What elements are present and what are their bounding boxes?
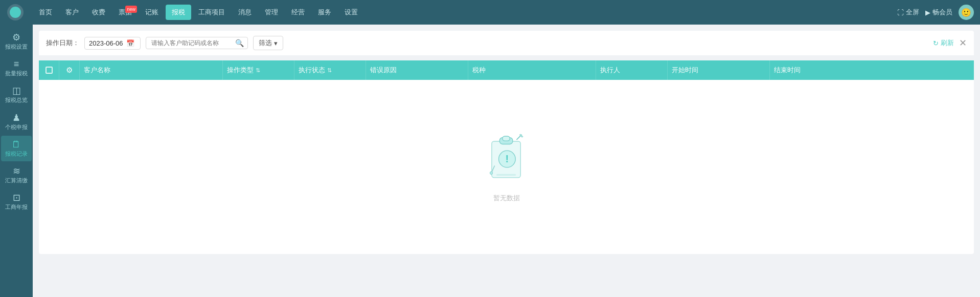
search-wrapper: 🔍: [146, 37, 248, 49]
nav-item-invoice[interactable]: 票据new: [112, 5, 138, 20]
calendar-icon: 📅: [126, 39, 134, 47]
th-label-client_name: 客户名称: [84, 66, 110, 75]
sidebar-item-tax-summary[interactable]: ◫报税总览: [1, 82, 32, 108]
svg-rect-7: [496, 174, 516, 176]
sidebar-label-personal-tax: 个税申报: [5, 124, 28, 131]
empty-state: ! 暂无数据: [39, 80, 974, 254]
sort-icon-op_type: ⇅: [256, 67, 260, 74]
th-end_time: 结束时间: [770, 60, 862, 80]
th-label-tax_type: 税种: [472, 66, 486, 75]
sort-icon-exec_status: ⇅: [327, 67, 332, 74]
th-checkbox: [39, 60, 59, 80]
search-input[interactable]: [146, 37, 248, 49]
svg-text:!: !: [505, 153, 509, 164]
close-button[interactable]: ✕: [959, 38, 967, 48]
sidebar-label-annual-report: 工商年报: [5, 204, 28, 210]
empty-text: 暂无数据: [493, 194, 520, 203]
nav-item-manage[interactable]: 管理: [259, 5, 284, 20]
nav-item-settings[interactable]: 设置: [338, 5, 364, 20]
table-container: ⚙客户名称操作类型 ⇅执行状态 ⇅错误原因税种执行人开始时间结束时间 !: [39, 60, 974, 254]
th-error_reason: 错误原因: [366, 60, 468, 80]
sidebar: ⚙报税设置≡批量报税◫报税总览♟个税申报🗒报税记录≋汇算清缴⊡工商年报: [0, 25, 33, 297]
nav-item-operation[interactable]: 经营: [285, 5, 311, 20]
th-label-op_type: 操作类型: [227, 66, 254, 75]
nav-menu: 首页客户收费票据new记账报税工商项目消息管理经营服务设置: [33, 5, 897, 20]
date-value: 2023-06-06: [89, 39, 123, 47]
nav-item-business[interactable]: 工商项目: [192, 5, 231, 20]
date-picker[interactable]: 2023-06-06 📅: [84, 37, 141, 50]
top-navigation: 首页客户收费票据new记账报税工商项目消息管理经营服务设置 ⛶ 全屏 ▶ 畅会员…: [0, 0, 980, 25]
th-op_type[interactable]: 操作类型 ⇅: [223, 60, 294, 80]
nav-item-tax[interactable]: 报税: [166, 5, 191, 20]
refresh-button[interactable]: ↻ 刷新: [933, 38, 954, 48]
nav-item-message[interactable]: 消息: [232, 5, 258, 20]
th-label-start_time: 开始时间: [672, 66, 698, 75]
empty-illustration: !: [481, 131, 532, 187]
sidebar-item-tax-record[interactable]: 🗒报税记录: [1, 136, 32, 161]
main-content: 操作日期： 2023-06-06 📅 🔍 筛选 ▾ ↻ 刷新 ✕ ⚙客户名称操作…: [33, 25, 980, 297]
nav-item-collection[interactable]: 收费: [86, 5, 111, 20]
th-start_time: 开始时间: [668, 60, 770, 80]
sidebar-label-batch-tax: 批量报税: [5, 70, 28, 77]
avatar[interactable]: 🙂: [959, 5, 974, 20]
th-executor: 执行人: [596, 60, 668, 80]
date-label: 操作日期：: [46, 38, 79, 48]
sidebar-item-settlement[interactable]: ≋汇算清缴: [1, 162, 32, 188]
app-logo: [6, 3, 25, 22]
th-settings: ⚙: [59, 60, 80, 80]
sidebar-item-batch-tax[interactable]: ≡批量报税: [1, 55, 32, 81]
nav-right-section: ⛶ 全屏 ▶ 畅会员 🙂: [897, 5, 974, 20]
nav-item-client[interactable]: 客户: [59, 5, 85, 20]
sidebar-label-tax-summary: 报税总览: [5, 97, 28, 103]
th-client_name: 客户名称: [80, 60, 223, 80]
th-exec_status[interactable]: 执行状态 ⇅: [294, 60, 366, 80]
th-tax_type: 税种: [468, 60, 596, 80]
annual-report-icon: ⊡: [13, 193, 20, 202]
nav-item-service[interactable]: 服务: [312, 5, 337, 20]
tax-settings-icon: ⚙: [12, 33, 20, 42]
table-header: ⚙客户名称操作类型 ⇅执行状态 ⇅错误原因税种执行人开始时间结束时间: [39, 60, 974, 80]
sidebar-item-annual-report[interactable]: ⊡工商年报: [1, 189, 32, 215]
column-settings-icon[interactable]: ⚙: [66, 66, 73, 75]
th-label-error_reason: 错误原因: [370, 66, 397, 75]
sidebar-label-tax-settings: 报税设置: [5, 44, 28, 50]
batch-tax-icon: ≡: [14, 59, 19, 69]
chevron-down-icon: ▾: [274, 39, 278, 47]
sidebar-label-settlement: 汇算清缴: [5, 177, 28, 184]
sidebar-item-tax-settings[interactable]: ⚙报税设置: [1, 29, 32, 54]
main-layout: ⚙报税设置≡批量报税◫报税总览♟个税申报🗒报税记录≋汇算清缴⊡工商年报 操作日期…: [0, 25, 980, 297]
nav-item-home[interactable]: 首页: [33, 5, 58, 20]
filter-label: 筛选: [259, 38, 272, 48]
tax-summary-icon: ◫: [12, 86, 21, 95]
th-label-exec_status: 执行状态: [299, 66, 325, 75]
avatar-icon: 🙂: [961, 8, 971, 17]
member-icon: ▶: [925, 9, 930, 16]
th-label-executor: 执行人: [600, 66, 620, 75]
settlement-icon: ≋: [13, 166, 20, 176]
fullscreen-button[interactable]: ⛶ 全屏: [897, 8, 919, 17]
personal-tax-icon: ♟: [12, 113, 20, 122]
th-label-end_time: 结束时间: [774, 66, 801, 75]
svg-rect-2: [502, 136, 510, 141]
refresh-icon: ↻: [933, 39, 939, 47]
filter-button[interactable]: 筛选 ▾: [253, 36, 283, 50]
select-all-checkbox[interactable]: [45, 67, 53, 74]
fullscreen-icon: ⛶: [897, 9, 904, 16]
toolbar: 操作日期： 2023-06-06 📅 🔍 筛选 ▾ ↻ 刷新 ✕: [39, 31, 974, 55]
sidebar-item-personal-tax[interactable]: ♟个税申报: [1, 109, 32, 135]
tax-record-icon: 🗒: [12, 140, 21, 149]
sidebar-label-tax-record: 报税记录: [5, 151, 28, 157]
member-button[interactable]: ▶ 畅会员: [925, 8, 952, 17]
search-icon: 🔍: [235, 39, 244, 47]
svg-point-9: [490, 172, 492, 174]
nav-item-accounting[interactable]: 记账: [139, 5, 165, 20]
